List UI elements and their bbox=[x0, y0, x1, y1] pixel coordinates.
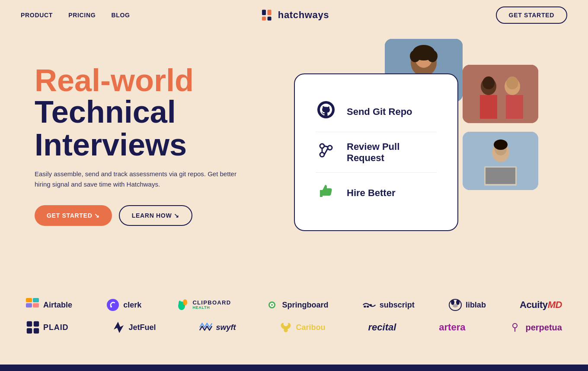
photo-mid bbox=[463, 65, 538, 123]
nav-product[interactable]: PRODUCT bbox=[21, 12, 53, 19]
thumbsup-icon bbox=[316, 181, 336, 204]
jetfuel-icon bbox=[111, 320, 125, 334]
navbar: PRODUCT PRICING BLOG hatchways GET START… bbox=[0, 0, 588, 30]
logo-acuitymd: AcuityMD bbox=[520, 299, 562, 311]
feature-git-repo-label: Send Git Repo bbox=[347, 106, 412, 117]
svg-rect-33 bbox=[33, 303, 39, 308]
svg-point-6 bbox=[320, 152, 324, 157]
svg-point-35 bbox=[110, 306, 112, 308]
hero-right: Send Git Repo Review Pull Request bbox=[277, 39, 562, 281]
svg-point-37 bbox=[183, 299, 187, 305]
swyft-icon bbox=[199, 320, 213, 334]
svg-point-7 bbox=[328, 146, 332, 150]
svg-point-19 bbox=[483, 76, 495, 89]
feature-hire-better: Hire Better bbox=[316, 172, 437, 213]
logo-artera: artera bbox=[439, 322, 465, 333]
svg-point-54 bbox=[284, 328, 288, 332]
caribou-label: Caribou bbox=[296, 323, 326, 332]
svg-rect-29 bbox=[486, 168, 515, 184]
svg-rect-49 bbox=[27, 321, 32, 327]
subscript-icon bbox=[362, 298, 376, 312]
acuitymd-label: AcuityMD bbox=[520, 299, 562, 311]
hero-subtitle: Easily assemble, send and track assessme… bbox=[35, 169, 242, 190]
logo-swyft: swyft bbox=[199, 320, 236, 334]
logo-recital: recital bbox=[368, 322, 396, 333]
logo-text: hatchways bbox=[278, 10, 329, 21]
perpetua-label: perpetua bbox=[525, 323, 562, 333]
svg-point-14 bbox=[427, 50, 438, 62]
svg-point-41 bbox=[271, 304, 273, 306]
hero-section: Real-world Technical Interviews Easily a… bbox=[0, 30, 588, 281]
feature-hire-better-label: Hire Better bbox=[347, 187, 395, 199]
svg-point-47 bbox=[456, 300, 460, 305]
hero-left: Real-world Technical Interviews Easily a… bbox=[35, 39, 277, 281]
svg-rect-44 bbox=[370, 304, 372, 306]
feature-pull-request-label: Review Pull Request bbox=[347, 141, 437, 164]
logo[interactable]: hatchways bbox=[259, 7, 329, 23]
swyft-label: swyft bbox=[216, 323, 236, 332]
hero-learn-how-button[interactable]: LEARN HOW ↘ bbox=[119, 205, 192, 226]
headline-line3: Interviews bbox=[35, 129, 277, 162]
feature-pull-request: Review Pull Request bbox=[316, 132, 437, 172]
svg-marker-53 bbox=[114, 322, 124, 333]
logo-perpetua: perpetua bbox=[508, 320, 562, 334]
svg-rect-22 bbox=[480, 95, 497, 119]
svg-rect-1 bbox=[268, 10, 272, 15]
logo-airtable: Airtable bbox=[26, 298, 72, 312]
github-icon bbox=[316, 100, 336, 123]
logos-row-2: PLAID JetFuel swyft bbox=[26, 320, 562, 334]
logo-springboard: Springboard bbox=[265, 298, 329, 312]
svg-rect-43 bbox=[367, 306, 369, 308]
headline-line1: Real-world bbox=[35, 65, 277, 96]
logo-subscript: subscript bbox=[362, 298, 415, 312]
svg-point-55 bbox=[513, 323, 517, 328]
logo-clerk: clerk bbox=[106, 298, 141, 312]
artera-label: artera bbox=[439, 322, 465, 333]
svg-rect-2 bbox=[262, 17, 266, 21]
plaid-label: PLAID bbox=[43, 323, 69, 332]
svg-rect-30 bbox=[26, 298, 32, 302]
feature-card: Send Git Repo Review Pull Request bbox=[294, 73, 458, 231]
liblab-icon bbox=[448, 298, 462, 312]
svg-point-34 bbox=[107, 299, 119, 311]
nav-get-started-button[interactable]: GET STARTED bbox=[496, 6, 567, 24]
springboard-icon bbox=[265, 298, 279, 312]
cta-buttons: GET STARTED ↘ LEARN HOW ↘ bbox=[35, 205, 277, 226]
airtable-label: Airtable bbox=[43, 301, 72, 310]
clipboard-label: CLIPBOARD bbox=[192, 300, 231, 306]
perpetua-icon bbox=[508, 320, 522, 334]
svg-point-27 bbox=[494, 140, 508, 150]
svg-point-48 bbox=[453, 304, 458, 308]
svg-rect-50 bbox=[34, 321, 39, 327]
pullrequest-icon bbox=[316, 141, 336, 164]
nav-blog[interactable]: BLOG bbox=[111, 12, 130, 19]
hero-get-started-button[interactable]: GET STARTED ↘ bbox=[35, 205, 112, 226]
logo-caribou: Caribou bbox=[279, 320, 326, 334]
plaid-icon bbox=[26, 320, 40, 334]
svg-rect-51 bbox=[27, 328, 32, 333]
svg-point-21 bbox=[506, 76, 518, 89]
svg-rect-31 bbox=[33, 298, 39, 302]
nav-pricing[interactable]: PRICING bbox=[68, 12, 96, 19]
feature-git-repo: Send Git Repo bbox=[316, 92, 437, 132]
svg-rect-52 bbox=[34, 328, 39, 333]
svg-point-46 bbox=[451, 300, 454, 305]
svg-rect-0 bbox=[262, 10, 266, 15]
logo-clipboard: CLIPBOARD HEALTH bbox=[175, 298, 231, 312]
jetfuel-label: JetFuel bbox=[128, 323, 156, 332]
airtable-icon bbox=[26, 298, 40, 312]
logo-jetfuel: JetFuel bbox=[111, 320, 156, 334]
caribou-icon bbox=[279, 320, 293, 334]
logo-liblab: liblab bbox=[448, 298, 486, 312]
svg-rect-3 bbox=[268, 17, 272, 21]
recital-label: recital bbox=[368, 322, 396, 333]
svg-rect-23 bbox=[506, 95, 523, 119]
nav-links: PRODUCT PRICING BLOG bbox=[21, 12, 130, 19]
headline-line2: Technical bbox=[35, 96, 277, 129]
svg-rect-17 bbox=[463, 65, 538, 123]
logos-row-1: Airtable clerk bbox=[26, 298, 562, 312]
footer-bar bbox=[0, 365, 588, 371]
liblab-label: liblab bbox=[466, 301, 486, 310]
clerk-icon bbox=[106, 298, 120, 312]
springboard-label: Springboard bbox=[282, 301, 329, 310]
